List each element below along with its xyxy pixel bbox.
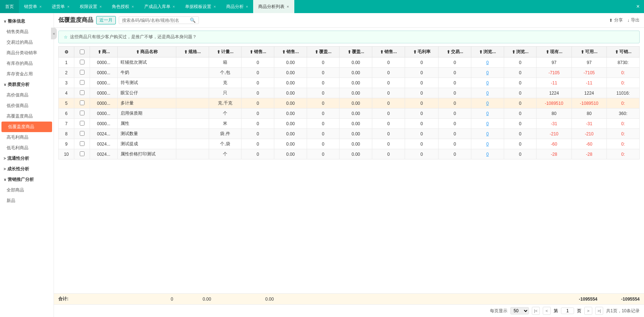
sidebar-item-stock-goods[interactable]: 有库存的商品 — [0, 58, 54, 69]
cell-checkbox[interactable] — [74, 88, 90, 98]
sidebar-cluster-analysis-header[interactable]: ∨ 类群度分析 — [0, 79, 54, 90]
nav-roles[interactable]: 角色授权 × — [107, 0, 139, 13]
th-code[interactable]: ⬆商... — [90, 47, 117, 58]
page-next-button[interactable]: > — [584, 307, 592, 315]
nav-goods-analysis-list[interactable]: 商品分析列表 × — [253, 0, 294, 13]
sidebar-item-category-turnover[interactable]: 商品分类动销率 — [0, 48, 54, 58]
cell-browse1[interactable]: 0 — [471, 119, 504, 129]
sidebar-item-sales-goods[interactable]: 销售类商品 — [0, 27, 54, 37]
export-button[interactable]: ↓ 导出 — [627, 17, 640, 23]
th-stock1[interactable]: ⬆现有... — [537, 47, 572, 58]
row-checkbox[interactable] — [80, 121, 85, 126]
cell-checkbox[interactable] — [74, 119, 90, 129]
browse-link[interactable]: 0 — [486, 60, 489, 65]
cell-checkbox[interactable] — [74, 98, 90, 108]
th-trans[interactable]: ⬆交易... — [439, 47, 471, 58]
nav-purchase[interactable]: 进货单 × — [47, 0, 74, 13]
cell-checkbox[interactable] — [74, 129, 90, 139]
close-icon[interactable]: × — [39, 4, 42, 9]
browse-link[interactable]: 0 — [486, 131, 489, 136]
page-first-button[interactable]: |< — [532, 307, 540, 315]
close-icon[interactable]: × — [131, 4, 134, 9]
sidebar-item-all-goods[interactable]: 全部商品 — [0, 185, 54, 195]
page-last-button[interactable]: >| — [595, 307, 603, 315]
sidebar-item-high-value[interactable]: 高价值商品 — [0, 90, 54, 100]
sidebar-liquidity-header[interactable]: > 流通性分析 — [0, 153, 54, 164]
th-sales3[interactable]: ⬆销售... — [372, 47, 405, 58]
close-icon[interactable]: × — [99, 4, 102, 9]
browse-link[interactable]: 0 — [486, 111, 489, 116]
browse-link[interactable]: 0 — [486, 152, 489, 157]
sidebar-item-low-margin[interactable]: 低毛利商品 — [0, 143, 54, 153]
nav-permissions[interactable]: 权限设置 × — [75, 0, 107, 13]
close-icon[interactable]: × — [173, 4, 175, 9]
share-button[interactable]: ⬆ 分享 — [609, 17, 623, 23]
th-cover2[interactable]: ⬆覆盖... — [339, 47, 372, 58]
page-size-select[interactable]: 50 100 200 — [510, 307, 529, 314]
nav-sales[interactable]: 销货单 × — [19, 0, 47, 13]
browse-link[interactable]: 0 — [486, 91, 489, 96]
th-spec[interactable]: ⬆规格... — [176, 47, 209, 58]
nav-template-settings[interactable]: 单据模板设置 × — [180, 0, 221, 13]
browse-link[interactable]: 0 — [486, 142, 489, 147]
row-checkbox[interactable] — [80, 90, 85, 95]
sidebar-item-low-coverage[interactable]: 低覆盖度商品 — [1, 122, 52, 132]
th-unit[interactable]: ⬆计量... — [209, 47, 242, 58]
cell-browse1[interactable]: 0 — [471, 78, 504, 88]
row-checkbox[interactable] — [80, 60, 85, 64]
cell-browse1[interactable]: 0 — [471, 88, 504, 98]
settings-icon[interactable]: ⚙ — [64, 49, 68, 55]
sidebar-collapse-button[interactable]: « — [51, 28, 57, 39]
row-checkbox[interactable] — [80, 151, 85, 156]
close-icon[interactable]: × — [246, 4, 248, 9]
nav-home[interactable]: 首页 — [0, 0, 19, 13]
th-sellable[interactable]: ⬆可销... — [607, 47, 640, 58]
browse-link[interactable]: 0 — [486, 121, 489, 126]
cell-checkbox[interactable] — [74, 68, 90, 78]
cell-checkbox[interactable] — [74, 78, 90, 88]
cell-checkbox[interactable] — [74, 139, 90, 149]
row-checkbox[interactable] — [80, 131, 85, 136]
close-icon[interactable]: × — [213, 4, 216, 9]
sidebar-growth-header[interactable]: > 成长性分析 — [0, 164, 54, 174]
close-icon[interactable]: × — [287, 4, 289, 9]
select-all-checkbox[interactable] — [80, 49, 85, 54]
sidebar-item-traded-goods[interactable]: 交易过的商品 — [0, 37, 54, 48]
th-settings[interactable]: ⚙ — [59, 47, 74, 58]
th-sales-qty[interactable]: ⬆销售... — [242, 47, 274, 58]
page-input[interactable] — [561, 308, 574, 314]
sidebar-overall-header[interactable]: ∨ 整体信息 — [0, 16, 54, 27]
row-checkbox[interactable] — [80, 100, 85, 105]
browse-link[interactable]: 0 — [486, 70, 489, 75]
row-checkbox[interactable] — [80, 111, 85, 115]
th-checkbox[interactable] — [74, 47, 90, 58]
cell-browse1[interactable]: 0 — [471, 139, 504, 149]
cell-browse1[interactable]: 0 — [471, 98, 504, 108]
th-name[interactable]: ⬆商品名称 — [118, 47, 176, 58]
row-checkbox[interactable] — [80, 80, 85, 85]
sidebar-item-high-margin[interactable]: 高毛利商品 — [0, 132, 54, 143]
th-cover1[interactable]: ⬆覆盖... — [307, 47, 339, 58]
page-prev-button[interactable]: < — [543, 307, 551, 315]
cell-browse1[interactable]: 0 — [471, 58, 504, 68]
cell-browse1[interactable]: 0 — [471, 68, 504, 78]
search-input[interactable] — [122, 18, 190, 23]
sidebar-item-high-coverage[interactable]: 高覆盖度商品 — [0, 111, 54, 122]
th-sales-amt[interactable]: ⬆销售... — [274, 47, 307, 58]
th-browse1[interactable]: ⬆浏览... — [471, 47, 504, 58]
sidebar-item-stock-capital[interactable]: 库存资金占用 — [0, 69, 54, 79]
cell-browse1[interactable]: 0 — [471, 108, 504, 119]
nav-finished-goods[interactable]: 产成品入库单 × — [139, 0, 180, 13]
row-checkbox[interactable] — [80, 70, 85, 75]
cell-browse1[interactable]: 0 — [471, 149, 504, 159]
nav-goods-analysis[interactable]: 商品分析 × — [221, 0, 253, 13]
filter-button[interactable]: 近一月 — [96, 16, 116, 24]
close-all-button[interactable]: × — [636, 3, 644, 10]
th-browse2[interactable]: ⬆浏览... — [504, 47, 537, 58]
browse-link[interactable]: 0 — [486, 101, 489, 106]
sidebar-item-new-goods[interactable]: 新品 — [0, 195, 54, 206]
close-icon[interactable]: × — [67, 4, 69, 9]
cell-checkbox[interactable] — [74, 108, 90, 119]
th-stock2[interactable]: ⬆可用... — [572, 47, 606, 58]
sidebar-marketing-header[interactable]: ∨ 营销推广分析 — [0, 174, 54, 185]
